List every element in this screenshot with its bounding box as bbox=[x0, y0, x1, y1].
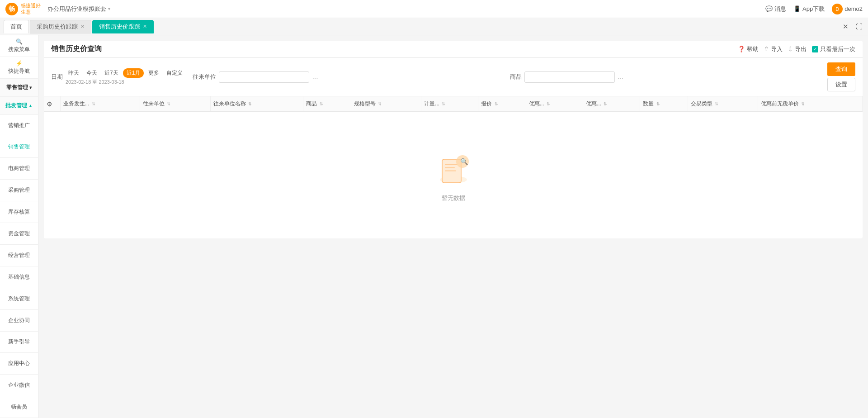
sort-arrows-trade-type-icon: ⇅ bbox=[715, 102, 718, 106]
th-unit[interactable]: 计量... ⇅ bbox=[421, 96, 478, 112]
import-button[interactable]: ⇧ 导入 bbox=[764, 45, 783, 53]
table-container: ⚙ 业务发生... ⇅ 往来单位 ⇅ 往来单位名称 bbox=[44, 96, 863, 238]
ecommerce-label: 电商管理 bbox=[8, 165, 30, 172]
sidebar-item-corp-wechat[interactable]: 企业微信 bbox=[0, 375, 38, 396]
username-label: demo2 bbox=[844, 5, 863, 12]
sidebar-item-basic-info[interactable]: 基础信息 bbox=[0, 266, 38, 288]
close-all-tabs-button[interactable]: ✕ bbox=[841, 22, 850, 32]
content-area: 销售历史价查询 ❓ 帮助 ⇧ 导入 ⇩ 导出 ✓ bbox=[38, 35, 868, 418]
column-settings-button[interactable]: ⚙ bbox=[47, 100, 52, 108]
logo-icon: 畅 bbox=[5, 3, 18, 15]
empty-illustration: 🔍 bbox=[433, 148, 474, 189]
sidebar-item-ecommerce[interactable]: 电商管理 bbox=[0, 158, 38, 180]
sidebar-item-marketing[interactable]: 营销推广 bbox=[0, 115, 38, 137]
th-spec[interactable]: 规格型号 ⇅ bbox=[351, 96, 421, 112]
checkbox-icon: ✓ bbox=[812, 46, 818, 52]
th-quantity[interactable]: 数量 ⇅ bbox=[640, 96, 688, 112]
date-options-block: 昨天 今天 近7天 近1月 更多 自定义 2023-02-18 至 2023-0… bbox=[66, 68, 185, 86]
th-trade-type[interactable]: 交易类型 ⇅ bbox=[688, 96, 758, 112]
date-yesterday-button[interactable]: 昨天 bbox=[66, 68, 82, 78]
th-discount2[interactable]: 优惠... ⇅ bbox=[583, 96, 640, 112]
sidebar-item-sales-mgmt[interactable]: 销售管理 bbox=[0, 136, 38, 158]
app-download-btn[interactable]: 📱 App下载 bbox=[793, 5, 825, 13]
empty-state: 🔍 暂无数据 bbox=[44, 112, 863, 238]
fullscreen-button[interactable]: ⛶ bbox=[854, 22, 864, 31]
date-today-button[interactable]: 今天 bbox=[84, 68, 100, 78]
th-partner-name[interactable]: 往来单位名称 ⇅ bbox=[210, 96, 303, 112]
search-icon: 🔍 bbox=[16, 38, 23, 45]
import-label: 导入 bbox=[771, 45, 783, 53]
finance-label: 资金管理 bbox=[8, 230, 30, 238]
tab-bar-right: ✕ ⛶ bbox=[841, 22, 864, 32]
tab-purchase[interactable]: 采购历史价跟踪 ✕ bbox=[30, 20, 91, 33]
sidebar-item-member[interactable]: 畅会员 bbox=[0, 396, 38, 418]
tab-home[interactable]: 首页 bbox=[4, 20, 29, 33]
enterprise-label: 企业协同 bbox=[8, 317, 30, 324]
dropdown-arrow-icon[interactable]: ▾ bbox=[108, 6, 110, 11]
date-7days-button[interactable]: 近7天 bbox=[102, 68, 121, 78]
date-custom-button[interactable]: 自定义 bbox=[164, 68, 185, 78]
sidebar-item-inventory[interactable]: 库存核算 bbox=[0, 201, 38, 223]
member-label: 畅会员 bbox=[11, 403, 27, 411]
sidebar-item-enterprise[interactable]: 企业协同 bbox=[0, 310, 38, 332]
only-last-checkbox[interactable]: ✓ 只看最后一次 bbox=[812, 45, 855, 53]
app-icon: 📱 bbox=[793, 5, 801, 12]
th-product[interactable]: 商品 ⇅ bbox=[303, 96, 351, 112]
query-button[interactable]: 查询 bbox=[827, 62, 855, 76]
partner-input[interactable] bbox=[219, 71, 309, 83]
product-input[interactable] bbox=[524, 71, 615, 83]
sort-arrows-biz-date-icon: ⇅ bbox=[92, 102, 95, 106]
sidebar-item-search-menu[interactable]: 🔍 搜索菜单 bbox=[0, 35, 38, 57]
tab-purchase-close-icon[interactable]: ✕ bbox=[80, 24, 85, 29]
page-header: 销售历史价查询 ❓ 帮助 ⇧ 导入 ⇩ 导出 ✓ bbox=[44, 41, 863, 58]
th-biz-date[interactable]: 业务发生... ⇅ bbox=[60, 96, 140, 112]
sort-arrows-spec-icon: ⇅ bbox=[378, 102, 382, 106]
date-1month-button[interactable]: 近1月 bbox=[123, 68, 144, 78]
partner-filter-label: 往来单位 bbox=[193, 73, 216, 81]
sidebar-item-quick-nav[interactable]: ⚡ 快捷导航 bbox=[0, 57, 38, 79]
sidebar-item-system[interactable]: 系统管理 bbox=[0, 288, 38, 310]
th-product-label: 商品 bbox=[306, 100, 317, 107]
sidebar-item-purchase-mgmt[interactable]: 采购管理 bbox=[0, 180, 38, 201]
tab-sales[interactable]: 销售历史价跟踪 ✕ bbox=[92, 20, 154, 33]
product-select-icon[interactable]: ... bbox=[618, 73, 623, 81]
th-trade-type-label: 交易类型 bbox=[691, 100, 712, 107]
sidebar-item-newbie[interactable]: 新手引导 bbox=[0, 332, 38, 353]
empty-svg-icon: 🔍 bbox=[433, 148, 474, 189]
th-partner-code[interactable]: 往来单位 ⇅ bbox=[140, 96, 210, 112]
th-quote[interactable]: 报价 ⇅ bbox=[478, 96, 526, 112]
logo-text: 畅捷通好生意 bbox=[21, 3, 44, 14]
product-filter-group: 商品 ... bbox=[510, 71, 820, 83]
sidebar-item-app-center[interactable]: 应用中心 bbox=[0, 353, 38, 375]
purchase-mgmt-label: 采购管理 bbox=[8, 186, 30, 194]
svg-rect-4 bbox=[445, 170, 456, 171]
tab-sales-close-icon[interactable]: ✕ bbox=[143, 24, 147, 29]
help-icon: ❓ bbox=[738, 46, 745, 52]
partner-select-icon[interactable]: ... bbox=[312, 73, 318, 81]
sidebar-item-operations[interactable]: 经营管理 bbox=[0, 245, 38, 266]
top-bar: 畅 畅捷通好生意 办公用品行业模拟账套 ▾ 💬 消息 📱 App下载 D dem… bbox=[0, 0, 868, 18]
top-bar-title: 办公用品行业模拟账套 ▾ bbox=[44, 5, 765, 13]
date-range-display: 2023-02-18 至 2023-03-18 bbox=[66, 79, 185, 86]
th-discount1-label: 优惠... bbox=[529, 100, 544, 107]
th-partner-name-label: 往来单位名称 bbox=[213, 100, 246, 107]
message-label: 消息 bbox=[774, 5, 786, 13]
export-button[interactable]: ⇩ 导出 bbox=[788, 45, 807, 53]
date-more-button[interactable]: 更多 bbox=[146, 68, 162, 78]
sidebar-item-retail-mgmt[interactable]: 零售管理 ▾ bbox=[0, 79, 38, 97]
settings-button[interactable]: 设置 bbox=[827, 78, 855, 91]
th-discount1[interactable]: 优惠... ⇅ bbox=[526, 96, 583, 112]
th-partner-code-label: 往来单位 bbox=[143, 100, 165, 107]
th-spec-label: 规格型号 bbox=[354, 100, 376, 107]
th-pretax-price[interactable]: 优惠前无税单价 ⇅ bbox=[758, 96, 863, 112]
help-button[interactable]: ❓ 帮助 bbox=[738, 45, 759, 53]
sort-arrows-partner-name-icon: ⇅ bbox=[248, 102, 252, 106]
partner-filter-group: 往来单位 ... bbox=[193, 71, 503, 83]
sidebar-item-wholesale-mgmt[interactable]: 批发管理 ▲ bbox=[0, 97, 38, 115]
message-btn[interactable]: 💬 消息 bbox=[765, 5, 786, 13]
user-profile-btn[interactable]: D demo2 bbox=[832, 4, 863, 14]
sidebar-item-finance[interactable]: 资金管理 bbox=[0, 223, 38, 245]
logo-area: 畅 畅捷通好生意 bbox=[5, 3, 44, 15]
top-bar-actions: 💬 消息 📱 App下载 D demo2 bbox=[765, 4, 863, 14]
sales-mgmt-label: 销售管理 bbox=[8, 143, 30, 151]
